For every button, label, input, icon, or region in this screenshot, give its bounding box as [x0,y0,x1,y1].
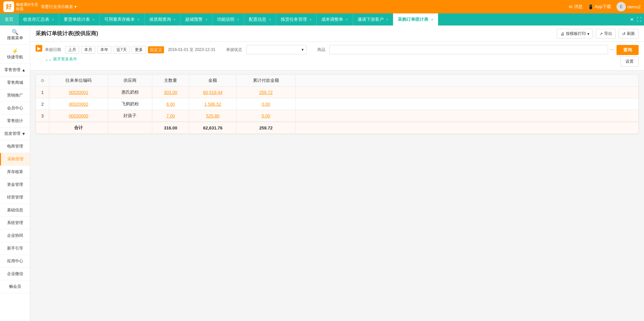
close-icon[interactable]: × [431,18,433,21]
close-icon[interactable]: × [93,18,95,21]
chevron-down-icon: ▾ [74,4,76,9]
tab-caigou-active[interactable]: 采购订单统计表 × [393,13,438,25]
close-icon[interactable]: × [138,18,140,21]
sidebar-item-system[interactable]: 系统管理 [0,217,30,229]
chevron-down-icon: ▾ [302,47,304,52]
user-avatar[interactable]: E demo2 [616,2,641,11]
sidebar-item-purchase[interactable]: 采购管理 [0,153,30,166]
more-icon[interactable]: ··· [609,47,614,53]
close-icon[interactable]: × [310,18,312,21]
goods-search-input[interactable] [329,45,608,54]
tab-yaoqing[interactable]: 邀请下游客户 × [353,13,393,25]
sidebar-item-member[interactable]: 会员中心 [0,102,30,115]
query-button[interactable]: 查询 [616,45,639,55]
row-no: 3 [36,110,49,122]
sidebar-item-collab[interactable]: 企业协同 [0,229,30,242]
filter-collapse-button[interactable]: ▶ [36,45,42,52]
top-bar-right: ✉ 消息 📱 App下载 E demo2 [569,2,641,11]
row-supplier: 惠氏奶粉 [108,87,152,98]
date-this-month-button[interactable]: 本月 [81,46,95,54]
refresh-button[interactable]: ↺ 刷新 [619,29,639,39]
sidebar-item-marketing[interactable]: 营销推广 [0,89,30,102]
row-amount[interactable]: 525.80 [189,110,236,122]
table-footer-row: 合计 316.00 62,631.76 259.72 [36,122,639,134]
main-layout: 🔍 搜索菜单 ⚡ 快捷导航 零售管理 ▲ 零售商城 营销推广 会员中心 零售统计… [0,25,644,321]
sidebar-item-retail-mall[interactable]: 零售商城 [0,76,30,89]
message-button[interactable]: ✉ 消息 [569,4,583,10]
sidebar-item-basic[interactable]: 基础信息 [0,204,30,217]
tab-peizhi[interactable]: 配置信息 × [244,13,276,25]
row-paid[interactable]: 0.00 [236,98,296,110]
row-extra [296,110,639,122]
sidebar-item-newbie[interactable]: 新手引导 [0,242,30,255]
date-more-button[interactable]: 更多 [132,46,146,54]
sidebar-item-operation[interactable]: 经营管理 [0,191,30,204]
row-qty[interactable]: 303.00 [152,87,189,98]
chevron-down-icon: ⌄⌄ [45,57,52,62]
date-custom-badge: 自定义 [148,46,164,53]
tab-chengben[interactable]: 成本调整单 × [317,13,353,25]
setting-button[interactable]: 设置 [621,56,639,67]
tab-chaochu[interactable]: 超储预警 × [180,13,212,25]
row-code[interactable]: 00020001 [49,87,108,98]
tab-yaohuo[interactable]: 要货单统计表 × [59,13,100,25]
row-amount[interactable]: 1,586.52 [189,98,236,110]
sidebar-item-finance[interactable]: 资金管理 [0,178,30,191]
close-icon[interactable]: × [205,18,207,21]
sidebar-item-wechat[interactable]: 企业微信 [0,268,30,280]
row-paid[interactable]: 259.72 [236,87,296,98]
row-qty[interactable]: 6.00 [152,98,189,110]
tab-keyong[interactable]: 可用量库存账本 × [100,13,145,25]
sidebar-item-member2[interactable]: 畅会员 [0,280,30,293]
data-table: ⚙ 往来单位编码 供应商 主数量 金额 累计付款金额 1 00020001 惠氏… [36,74,639,134]
tab-home[interactable]: 首页 [0,13,18,25]
print-template-button[interactable]: 🖨 按模板打印 ▾ [557,29,593,39]
tab-shoufacun[interactable]: 收发存汇总表 × [18,13,59,25]
row-code[interactable]: 00020005 [49,110,108,122]
industry-selector[interactable]: 母婴行业演示账套 ▾ [41,4,76,10]
table-row: 1 00020001 惠氏奶粉 303.00 60,519.44 259.72 [36,87,639,98]
close-all-icon[interactable]: ✕ [630,17,634,22]
table-row: 3 00020005 好孩子 7.00 525.80 0.00 [36,110,639,122]
date-this-year-button[interactable]: 本年 [97,46,111,54]
sidebar-item-quicknav[interactable]: ⚡ 快捷导航 [0,45,30,64]
row-paid[interactable]: 0.00 [236,110,296,122]
sidebar-item-search[interactable]: 🔍 搜索菜单 [0,25,30,45]
footer-amount: 62,631.76 [189,122,236,134]
export-icon: ↗ [599,32,603,36]
row-code[interactable]: 00020002 [49,98,108,110]
top-bar: 好 畅捷通好生意 标题 母婴行业演示账套 ▾ ✉ 消息 📱 App下载 E de… [0,0,644,13]
close-icon[interactable]: × [52,18,54,21]
status-select[interactable]: ▾ [246,45,307,54]
close-icon[interactable]: × [386,18,388,21]
sidebar-item-retail-stats[interactable]: 零售统计 [0,115,30,127]
sidebar-item-retail-mgmt[interactable]: 零售管理 ▲ [0,64,30,76]
sidebar-item-ecommerce[interactable]: 电商管理 [0,140,30,153]
close-icon[interactable]: × [174,18,176,21]
table-header-paid: 累计付款金额 [236,75,296,87]
row-amount[interactable]: 60,519.44 [189,87,236,98]
close-icon[interactable]: × [269,18,271,21]
row-qty[interactable]: 7.00 [152,110,189,122]
tab-baozhi[interactable]: 保质期查询 × [145,13,181,25]
settings-icon[interactable]: ⚙ [41,78,45,83]
table-header-code: 往来单位编码 [49,75,108,87]
export-button[interactable]: ↗ 导出 [596,29,616,39]
row-no: 2 [36,98,49,110]
close-icon[interactable]: × [346,18,348,21]
sidebar-item-wholesale[interactable]: 批发管理 ▼ [0,127,30,140]
app-download-button[interactable]: 📱 App下载 [588,4,611,10]
tab-gongneng[interactable]: 功能说明 × [212,13,244,25]
maximize-icon[interactable]: ⛶ [637,17,641,22]
date-7days-button[interactable]: 近7天 [113,46,130,54]
page-header-actions: 🖨 按模板打印 ▾ ↗ 导出 ↺ 刷新 [557,29,639,39]
sidebar-item-appcenter[interactable]: 应用中心 [0,255,30,268]
close-icon[interactable]: × [237,18,239,21]
date-last-month-button[interactable]: 上月 [65,46,79,54]
expand-more-button[interactable]: ⌄⌄ 展开更多条件 [45,56,614,62]
sidebar-item-inventory[interactable]: 库存核算 [0,166,30,178]
table-header-settings[interactable]: ⚙ [36,75,49,87]
logo-area: 好 畅捷通好生意 标题 [3,1,38,12]
tab-jianhuo[interactable]: 拣货任务管理 × [276,13,317,25]
page-header: 采购订单统计表(按供应商) 🖨 按模板打印 ▾ ↗ 导出 ↺ 刷新 [30,25,644,42]
